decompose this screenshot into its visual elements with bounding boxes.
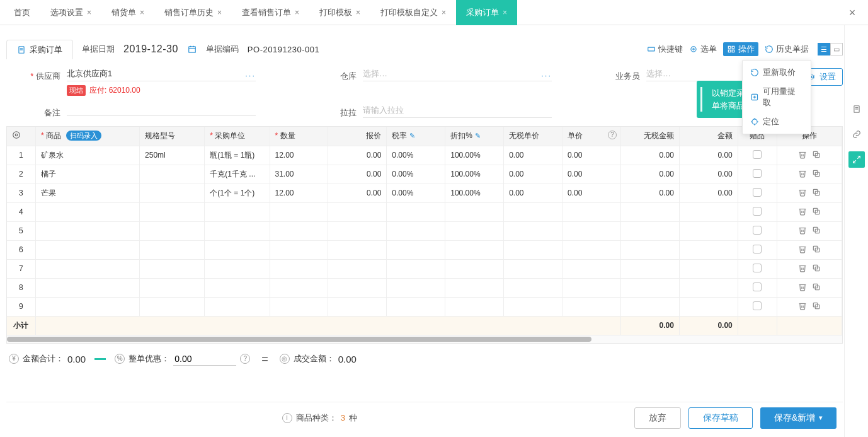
col-product[interactable]: 商品扫码录入 <box>35 127 139 146</box>
scan-entry-chip[interactable]: 扫码录入 <box>66 131 101 141</box>
tab-print-tpl[interactable]: 打印模板× <box>309 0 370 25</box>
col-untax-amount[interactable]: 无税金额 <box>620 127 679 146</box>
tab-purchase-order[interactable]: 采购订单× <box>456 0 517 25</box>
row-copy-button[interactable] <box>812 207 821 216</box>
close-icon[interactable]: × <box>442 8 446 17</box>
gift-checkbox[interactable] <box>753 245 762 253</box>
row-delete-button[interactable] <box>798 169 807 178</box>
row-copy-button[interactable] <box>812 301 821 310</box>
table-row[interactable]: 6 <box>7 240 842 259</box>
row-delete-button[interactable] <box>798 283 807 291</box>
view-list-button[interactable]: ☰ <box>818 43 830 55</box>
close-icon[interactable]: × <box>295 8 299 17</box>
gift-checkbox[interactable] <box>753 301 762 310</box>
op-available-stock[interactable]: 可用量提取 <box>743 82 811 112</box>
col-spec[interactable]: 规格型号 <box>140 127 205 146</box>
rail-note-button[interactable] <box>848 101 865 117</box>
supplier-value[interactable]: 北京供应商1 <box>67 69 112 78</box>
tab-sales[interactable]: 销货单× <box>101 0 154 25</box>
shortcuts-button[interactable]: 快捷键 <box>647 44 683 55</box>
col-discount[interactable]: 折扣%✎ <box>445 127 504 146</box>
row-copy-button[interactable] <box>812 150 821 159</box>
choose-order-button[interactable]: 选单 <box>689 44 717 55</box>
close-icon[interactable]: × <box>503 8 507 17</box>
rail-expand-button[interactable] <box>848 151 865 168</box>
col-untax-price[interactable]: 无税单价 <box>504 127 562 146</box>
op-reprice[interactable]: 重新取价 <box>743 63 811 82</box>
table-row[interactable]: 7 <box>7 259 842 278</box>
col-unit[interactable]: 采购单位 <box>205 127 270 146</box>
row-delete-button[interactable] <box>798 207 807 216</box>
date-value[interactable]: 2019-12-30 <box>123 44 178 55</box>
col-config-button[interactable] <box>7 127 35 146</box>
col-qty[interactable]: 数量 <box>270 127 328 146</box>
warehouse-value[interactable]: 选择… <box>363 69 387 78</box>
remark-label: 备注 <box>10 105 60 119</box>
gift-checkbox[interactable] <box>753 283 762 291</box>
discard-button[interactable]: 放弃 <box>634 407 681 429</box>
row-copy-button[interactable] <box>812 264 821 272</box>
table-row[interactable]: 2橘子千克(1千克 ...31.000.000.00%100.00%0.000.… <box>7 165 842 184</box>
row-delete-button[interactable] <box>798 301 807 310</box>
row-delete-button[interactable] <box>798 226 807 235</box>
save-draft-button[interactable]: 保存草稿 <box>688 407 753 429</box>
lala-input[interactable]: 请输入拉拉 <box>363 105 404 115</box>
edit-icon[interactable]: ✎ <box>409 132 415 139</box>
close-icon[interactable]: × <box>140 8 144 17</box>
salesman-value[interactable]: 选择… <box>646 69 671 78</box>
operate-button[interactable]: 操作 <box>723 42 758 56</box>
col-price[interactable]: 单价? <box>562 127 621 146</box>
remark-input[interactable] <box>67 105 69 114</box>
tab-sales-history[interactable]: 销售订单历史× <box>154 0 232 25</box>
table-row[interactable]: 3芒果个(1个 = 1个)12.000.000.00%100.00%0.000.… <box>7 184 842 202</box>
help-icon[interactable]: ? <box>608 131 617 139</box>
row-delete-button[interactable] <box>798 150 807 159</box>
row-delete-button[interactable] <box>798 264 807 272</box>
document-title-tab[interactable]: 采购订单 <box>6 40 73 59</box>
table-row[interactable]: 4 <box>7 202 842 221</box>
tab-print-tpl-custom[interactable]: 打印模板自定义× <box>370 0 456 25</box>
table-row[interactable]: 5 <box>7 221 842 240</box>
grid-horizontal-scrollbar[interactable] <box>7 335 842 343</box>
subtotal-row: 小计 0.00 0.00 <box>7 316 842 335</box>
row-copy-button[interactable] <box>812 245 821 253</box>
row-delete-button[interactable] <box>798 245 807 253</box>
row-copy-button[interactable] <box>812 169 821 178</box>
warehouse-lookup-button[interactable]: ··· <box>541 71 552 80</box>
help-icon[interactable]: ? <box>240 354 250 364</box>
row-copy-button[interactable] <box>812 283 821 291</box>
supplier-lookup-button[interactable]: ··· <box>245 71 256 80</box>
col-quote[interactable]: 报价 <box>328 127 387 146</box>
save-and-new-button[interactable]: 保存&新增▾ <box>760 407 837 429</box>
rail-link-button[interactable] <box>848 126 865 143</box>
target-icon <box>689 45 698 54</box>
workspace-tabs: 首页 选项设置× 销货单× 销售订单历史× 查看销售订单× 打印模板× 打印模板… <box>0 0 868 25</box>
row-copy-button[interactable] <box>812 226 821 235</box>
close-icon[interactable]: × <box>87 8 91 17</box>
gift-checkbox[interactable] <box>753 150 762 159</box>
gift-checkbox[interactable] <box>753 169 762 178</box>
row-delete-button[interactable] <box>798 188 807 197</box>
op-locate[interactable]: 定位 <box>743 112 811 131</box>
view-card-button[interactable]: ▭ <box>830 43 843 55</box>
edit-icon[interactable]: ✎ <box>475 132 481 139</box>
close-icon[interactable]: × <box>356 8 360 17</box>
gift-checkbox[interactable] <box>753 226 762 235</box>
gift-checkbox[interactable] <box>753 188 762 197</box>
table-row[interactable]: 9 <box>7 297 842 316</box>
gift-checkbox[interactable] <box>753 264 762 272</box>
tab-options[interactable]: 选项设置× <box>40 0 101 25</box>
table-row[interactable]: 8 <box>7 278 842 297</box>
close-icon[interactable]: × <box>217 8 222 17</box>
close-all-tabs-button[interactable]: × <box>843 0 862 25</box>
whole-discount-input[interactable] <box>173 353 236 366</box>
col-tax[interactable]: 税率✎ <box>387 127 445 146</box>
col-amount[interactable]: 金额 <box>679 127 738 146</box>
gift-checkbox[interactable] <box>753 207 762 216</box>
tab-view-sales[interactable]: 查看销售订单× <box>232 0 309 25</box>
tab-home[interactable]: 首页 <box>4 0 40 25</box>
table-row[interactable]: 1矿泉水250ml瓶(1瓶 = 1瓶)12.000.000.00%100.00%… <box>7 146 842 165</box>
row-copy-button[interactable] <box>812 188 821 197</box>
history-button[interactable]: 历史单据 <box>765 44 809 55</box>
calendar-icon[interactable] <box>187 44 197 54</box>
